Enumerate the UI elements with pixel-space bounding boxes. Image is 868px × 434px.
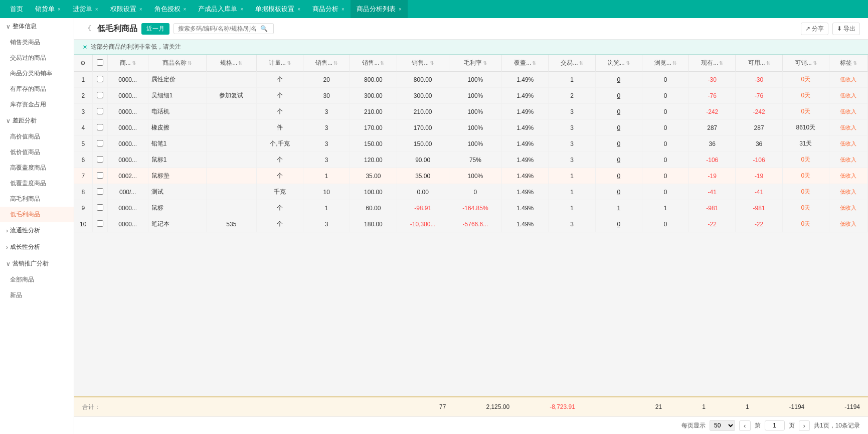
sidebar-item-high-coverage[interactable]: 高覆盖度商品 [0,160,74,176]
per-page-select[interactable]: 50 100 200 [710,420,735,431]
nav-purchase-order[interactable]: 进货单 × [67,0,104,18]
search-input[interactable] [178,25,258,32]
cell-browse1[interactable]: 0 [595,168,642,184]
cell-browse1[interactable]: 0 [595,72,642,88]
nav-sales-order[interactable]: 销货单 × [29,0,67,18]
export-button[interactable]: ⬇ 导出 [832,23,860,35]
cell-checkbox[interactable] [92,88,107,104]
close-icon[interactable]: × [95,7,98,12]
sidebar-item-low-margin[interactable]: 低毛利商品 [0,207,74,222]
cell-name[interactable]: 测试 [148,184,206,200]
cell-checkbox[interactable] [92,136,107,152]
page-number-input[interactable] [765,420,785,430]
sidebar-item-high-margin[interactable]: 高毛利商品 [0,191,74,207]
col-settings[interactable]: ⚙ [74,55,92,72]
close-icon[interactable]: × [240,7,243,12]
nav-permission[interactable]: 权限设置 × [104,0,148,18]
close-icon[interactable]: × [58,7,61,12]
col-sales-profit[interactable]: 销售...⇅ [397,55,449,72]
close-icon[interactable]: × [399,7,402,12]
row-checkbox[interactable] [97,76,103,82]
cell-checkbox[interactable] [92,152,107,168]
close-icon[interactable]: × [184,7,187,12]
sidebar-collapse-button[interactable]: 《 [82,22,93,35]
col-spec[interactable]: 规格...⇅ [206,55,256,72]
sidebar-group-growth[interactable]: › 成长性分析 [0,239,74,255]
sidebar-group-overall-info[interactable]: ∨ 整体信息 [0,18,74,35]
col-available[interactable]: 可用...⇅ [736,55,782,72]
row-checkbox[interactable] [97,156,103,163]
row-checkbox[interactable] [97,220,103,227]
next-page-button[interactable]: › [799,420,810,431]
cell-name[interactable]: 鼠标垫 [148,168,206,184]
nav-template-settings[interactable]: 单据模板设置 × [249,0,306,18]
prev-page-button[interactable]: ‹ [739,420,750,431]
cell-checkbox[interactable] [92,200,107,216]
cell-browse1[interactable]: 0 [595,184,642,200]
col-browse2[interactable]: 浏览...⇅ [642,55,688,72]
sidebar-item-all-goods[interactable]: 全部商品 [0,272,74,287]
row-checkbox[interactable] [97,92,103,98]
cell-checkbox[interactable] [92,168,107,184]
cell-name[interactable]: 笔记本 [148,216,206,232]
cell-name[interactable]: 吴细细1 [148,88,206,104]
sidebar-item-traded-goods[interactable]: 交易过的商品 [0,50,74,66]
search-icon[interactable]: 🔍 [260,25,268,32]
cell-browse1[interactable]: 0 [595,136,642,152]
nav-product-analysis[interactable]: 商品分析 × [306,0,351,18]
select-all-checkbox[interactable] [97,59,103,66]
row-checkbox[interactable] [97,188,103,195]
cell-name[interactable]: 电话机 [148,104,206,120]
sidebar-item-new-goods[interactable]: 新品 [0,287,74,303]
row-checkbox[interactable] [97,172,103,179]
cell-name[interactable]: 属性定价 [148,72,206,88]
cell-checkbox[interactable] [92,184,107,200]
col-tag[interactable]: 标签⇅ [829,55,867,72]
cell-name[interactable]: 鼠标 [148,200,206,216]
col-code[interactable]: 商...⇅ [107,55,148,72]
col-sales-qty[interactable]: 销售...⇅ [303,55,350,72]
cell-browse1[interactable]: 0 [595,120,642,136]
share-button[interactable]: ↗ 分享 [801,23,828,35]
nav-product-entry[interactable]: 产成品入库单 × [192,0,249,18]
cell-checkbox[interactable] [92,72,107,88]
nav-home[interactable]: 首页 [4,0,29,18]
cell-checkbox[interactable] [92,120,107,136]
col-trade-count[interactable]: 交易...⇅ [549,55,595,72]
sidebar-group-liquidity[interactable]: › 流通性分析 [0,222,74,239]
col-gross-margin[interactable]: 毛利率⇅ [449,55,501,72]
sidebar-item-stocked-goods[interactable]: 有库存的商品 [0,81,74,97]
row-checkbox[interactable] [97,204,103,211]
row-checkbox[interactable] [97,124,103,130]
filter-period-button[interactable]: 近一月 [141,23,169,35]
row-checkbox[interactable] [97,108,103,114]
sidebar-group-gap-analysis[interactable]: ∨ 差距分析 [0,112,74,129]
nav-analysis-list[interactable]: 商品分析列表 × [351,0,408,18]
col-unit[interactable]: 计量...⇅ [256,55,303,72]
sidebar-item-stock-capital[interactable]: 库存资金占用 [0,97,74,112]
col-name[interactable]: 商品名称⇅ [148,55,206,72]
cell-browse1[interactable]: 0 [595,88,642,104]
cell-browse1[interactable]: 0 [595,152,642,168]
cell-name[interactable]: 铅笔1 [148,136,206,152]
close-icon[interactable]: × [139,7,142,12]
cell-browse1[interactable]: 0 [595,104,642,120]
col-saleable[interactable]: 可销...⇅ [782,55,829,72]
close-icon[interactable]: × [341,7,344,12]
row-checkbox[interactable] [97,140,103,147]
sidebar-item-category-rate[interactable]: 商品分类助销率 [0,66,74,81]
nav-role-auth[interactable]: 角色授权 × [148,0,193,18]
cell-checkbox[interactable] [92,104,107,120]
col-checkbox[interactable] [92,55,107,72]
col-current-stock[interactable]: 现有...⇅ [689,55,736,72]
col-coverage[interactable]: 覆盖...⇅ [502,55,549,72]
cell-name[interactable]: 橡皮擦 [148,120,206,136]
close-icon[interactable]: × [297,7,300,12]
cell-checkbox[interactable] [92,216,107,232]
cell-browse1[interactable]: 0 [595,216,642,232]
col-browse1[interactable]: 浏览...⇅ [595,55,642,72]
cell-name[interactable]: 鼠标1 [148,152,206,168]
sidebar-item-low-value[interactable]: 低价值商品 [0,144,74,160]
sidebar-item-sales-goods[interactable]: 销售类商品 [0,35,74,50]
sidebar-item-low-coverage[interactable]: 低覆盖度商品 [0,176,74,191]
